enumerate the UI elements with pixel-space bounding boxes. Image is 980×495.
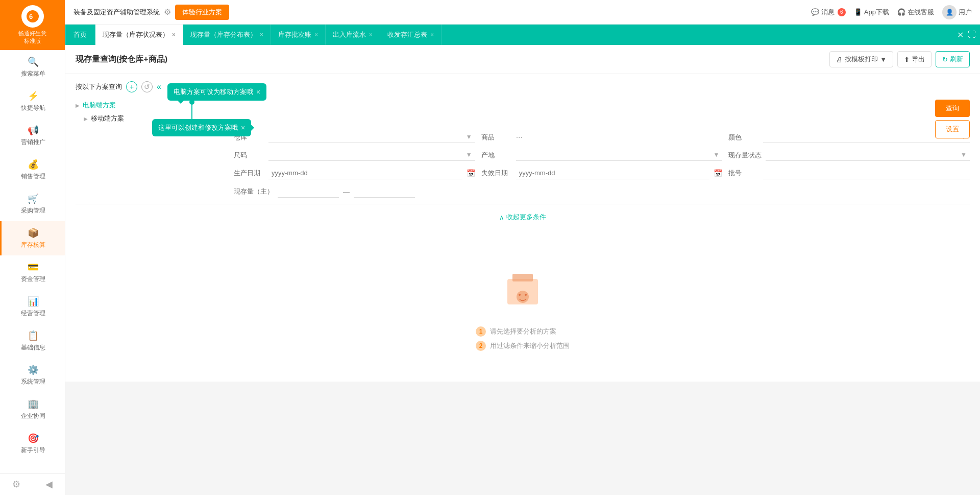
collapse-label: 收起更多条件 bbox=[506, 213, 546, 222]
tab-close-collection[interactable]: × bbox=[430, 31, 434, 38]
print-button[interactable]: 🖨 按模板打印 ▼ bbox=[829, 51, 893, 67]
nav-icon-enterprise: 🏢 bbox=[28, 398, 39, 410]
sidebar-item-sales[interactable]: 💰 销售管理 bbox=[0, 153, 65, 187]
tooltip2-close-button[interactable]: × bbox=[241, 124, 245, 132]
nav-label-enterprise: 企业协同 bbox=[21, 412, 45, 420]
qty-max-input[interactable] bbox=[354, 185, 415, 198]
export-button[interactable]: ⬆ 导出 bbox=[897, 51, 932, 67]
expiry-calendar-icon[interactable]: 📅 bbox=[714, 169, 722, 177]
refresh-button[interactable]: ↻ 刷新 bbox=[936, 51, 970, 67]
nav-label-operations: 经营管理 bbox=[21, 309, 45, 318]
sidebar-item-quick[interactable]: ⚡ 快捷导航 bbox=[0, 84, 65, 119]
step-num-1: 1 bbox=[476, 326, 486, 337]
app-download-label: App下载 bbox=[864, 8, 889, 17]
settings-icon[interactable]: ⚙ bbox=[12, 479, 20, 490]
logo-text: 畅通好生意 bbox=[18, 30, 46, 37]
tab-close-inout-flow[interactable]: × bbox=[369, 31, 373, 38]
inventory-status-select[interactable]: ▼ bbox=[766, 149, 970, 161]
tooltip1-text: 电脑方案可设为移动方案哦 bbox=[174, 87, 253, 97]
nav-label-sales: 销售管理 bbox=[21, 172, 45, 181]
sidebar: 6 畅通好生意 标准版 🔍 搜索菜单 ⚡ 快捷导航 📢 营销推广 💰 销售管理 … bbox=[0, 0, 65, 495]
origin-select[interactable]: ▼ bbox=[516, 149, 723, 161]
batch-input[interactable] bbox=[763, 167, 970, 179]
refresh-icon: ↻ bbox=[942, 56, 948, 63]
nav-label-system: 系统管理 bbox=[21, 378, 45, 386]
sidebar-nav: 🔍 搜索菜单 ⚡ 快捷导航 📢 营销推广 💰 销售管理 🛒 采购管理 📦 库存核… bbox=[0, 50, 65, 473]
scheme-name-mobile: 移动端方案 bbox=[91, 114, 124, 123]
nav-icon-marketing: 📢 bbox=[28, 125, 39, 136]
user-action[interactable]: 👤 用户 bbox=[942, 5, 972, 19]
avatar: 👤 bbox=[942, 5, 957, 19]
collapse-section: ∧ 收起更多条件 bbox=[76, 204, 970, 226]
tab-close-inventory-status[interactable]: × bbox=[172, 31, 176, 38]
tab-inventory-dist[interactable]: 现存量（库存分布表） × bbox=[183, 25, 271, 45]
sidebar-item-finance[interactable]: 💳 资金管理 bbox=[0, 255, 65, 290]
sidebar-item-inventory[interactable]: 📦 库存核算 bbox=[0, 221, 65, 255]
size-label: 尺码 bbox=[234, 151, 264, 160]
product-dots-icon[interactable]: ··· bbox=[516, 133, 523, 142]
collapse-sidebar-icon[interactable]: ◀ bbox=[45, 479, 53, 490]
app-download-action[interactable]: 📱 App下载 bbox=[854, 8, 889, 17]
tab-inout-flow[interactable]: 出入库流水 × bbox=[326, 25, 380, 45]
empty-steps: 1 请先选择要分析的方案 2 用过滤条件来缩小分析范围 bbox=[476, 326, 570, 351]
add-scheme-button[interactable]: + bbox=[126, 81, 137, 92]
origin-label: 产地 bbox=[481, 151, 512, 160]
warehouse-select[interactable]: ▼ bbox=[268, 131, 475, 143]
nav-icon-quick: ⚡ bbox=[28, 90, 39, 102]
nav-label-purchase: 采购管理 bbox=[21, 206, 45, 215]
action-btn-group: 查询 设置 bbox=[935, 100, 970, 138]
sidebar-item-search[interactable]: 🔍 搜索菜单 bbox=[0, 50, 65, 84]
tab-home[interactable]: 首页 bbox=[65, 25, 95, 45]
product-label: 商品 bbox=[481, 133, 512, 142]
production-date-input[interactable] bbox=[268, 167, 462, 179]
user-label: 用户 bbox=[959, 8, 972, 17]
tab-inventory-status[interactable]: 现存量（库存状况表） × bbox=[95, 25, 183, 45]
tab-close-inventory-dist[interactable]: × bbox=[260, 31, 263, 38]
tab-close-all-icon[interactable]: ✕ bbox=[957, 30, 964, 40]
refresh-label: 刷新 bbox=[950, 55, 963, 64]
expiry-date-input[interactable] bbox=[516, 167, 710, 179]
size-select[interactable]: ▼ bbox=[268, 149, 475, 161]
message-badge: 6 bbox=[838, 8, 846, 16]
nav-label-search: 搜索菜单 bbox=[21, 69, 45, 78]
sidebar-item-purchase[interactable]: 🛒 采购管理 bbox=[0, 187, 65, 221]
tab-bar-end: ✕ ⛶ bbox=[953, 25, 980, 45]
search-button[interactable]: 查询 bbox=[935, 100, 970, 117]
tab-batch-account[interactable]: 库存批次账 × bbox=[271, 25, 326, 45]
sidebar-item-basic[interactable]: 📋 基础信息 bbox=[0, 324, 65, 358]
filter-arrow-icon[interactable]: « bbox=[157, 82, 161, 91]
message-action[interactable]: 💬 消息 6 bbox=[811, 8, 846, 17]
online-support-action[interactable]: 🎧 在线客服 bbox=[897, 8, 934, 17]
page-title: 现存量查询(按仓库+商品) bbox=[76, 54, 167, 65]
calendar-icon[interactable]: 📅 bbox=[467, 169, 475, 177]
sidebar-item-guide[interactable]: 🎯 新手引导 bbox=[0, 427, 65, 461]
sidebar-item-system[interactable]: ⚙️ 系统管理 bbox=[0, 358, 65, 392]
warehouse-arrow-icon: ▼ bbox=[466, 133, 472, 140]
nav-icon-system: ⚙️ bbox=[28, 364, 39, 375]
edit-scheme-button[interactable]: ↺ bbox=[141, 81, 153, 92]
gear-icon[interactable]: ⚙ bbox=[164, 7, 171, 17]
sidebar-item-marketing[interactable]: 📢 营销推广 bbox=[0, 119, 65, 153]
collapse-button[interactable]: ∧ 收起更多条件 bbox=[76, 208, 970, 226]
nav-icon-operations: 📊 bbox=[28, 296, 39, 307]
tab-close-batch-account[interactable]: × bbox=[314, 31, 318, 38]
empty-icon bbox=[497, 264, 548, 316]
tab-expand-icon[interactable]: ⛶ bbox=[968, 30, 976, 39]
tab-collection[interactable]: 收发存汇总表 × bbox=[380, 25, 442, 45]
online-support-label: 在线客服 bbox=[908, 8, 934, 17]
origin-field: 产地 ▼ bbox=[481, 149, 723, 161]
nav-icon-sales: 💰 bbox=[28, 159, 39, 170]
tab-inout-flow-label: 出入库流水 bbox=[333, 30, 366, 39]
filter-label: 按以下方案查询 bbox=[76, 82, 122, 91]
trial-button[interactable]: 体验行业方案 bbox=[175, 5, 229, 20]
svg-point-5 bbox=[519, 294, 521, 296]
sidebar-item-operations[interactable]: 📊 经营管理 bbox=[0, 290, 65, 324]
svg-rect-3 bbox=[512, 274, 533, 281]
size-field: 尺码 ▼ bbox=[234, 149, 475, 161]
tooltip1-close-button[interactable]: × bbox=[256, 88, 260, 96]
sidebar-item-enterprise[interactable]: 🏢 企业协同 bbox=[0, 392, 65, 427]
expiry-date-field: 失效日期 📅 bbox=[481, 167, 723, 179]
setup-button[interactable]: 设置 bbox=[935, 120, 970, 138]
filter-row-3: 生产日期 📅 失效日期 📅 批号 bbox=[76, 167, 970, 179]
qty-min-input[interactable] bbox=[278, 185, 339, 198]
